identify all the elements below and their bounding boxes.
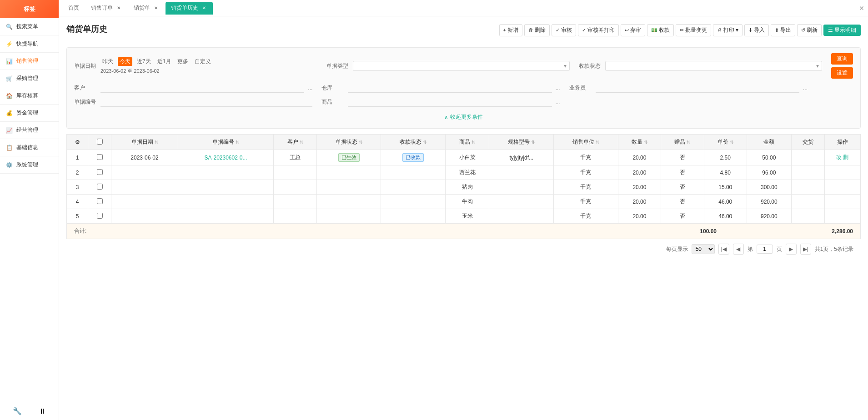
sidebar-item-system[interactable]: ⚙️ 系统管理 xyxy=(0,156,59,174)
sidebar-item-search[interactable]: 🔍 搜索菜单 xyxy=(0,18,59,35)
payment-status-input[interactable] xyxy=(608,63,816,69)
th-doc-status[interactable]: 单据状态⇅ xyxy=(316,135,381,150)
date-custom[interactable]: 自定义 xyxy=(193,57,213,66)
doc-status-badge-0: 已生效 xyxy=(338,153,360,162)
delete-link-0[interactable]: 删 xyxy=(843,154,848,160)
doc-type-input-wrapper[interactable]: ▾ xyxy=(353,61,570,71)
delete-button[interactable]: 🗑 删除 xyxy=(524,24,550,36)
first-page-button[interactable]: |◀ xyxy=(718,244,729,255)
cell-checkbox-0[interactable] xyxy=(88,150,111,165)
tab-close-all[interactable]: ✕ xyxy=(859,5,864,12)
row-checkbox-2[interactable] xyxy=(97,184,103,190)
print-button[interactable]: 🖨 打印 ▾ xyxy=(713,24,743,36)
cell-doc-no-4[interactable] xyxy=(178,209,274,224)
date-7days[interactable]: 近7天 xyxy=(135,57,153,66)
export-button[interactable]: ⬆ 导出 xyxy=(771,24,795,36)
date-today[interactable]: 今天 xyxy=(118,57,132,66)
date-yesterday[interactable]: 昨天 xyxy=(100,57,115,66)
approve-print-button[interactable]: ✓ 审核并打印 xyxy=(578,24,619,36)
page-size-select[interactable]: 50 100 200 xyxy=(692,244,715,254)
customer-picker[interactable]: ... xyxy=(308,85,312,91)
settings-button[interactable]: 设置 xyxy=(831,67,853,79)
th-price[interactable]: 单价⇅ xyxy=(704,135,747,150)
filter-row-1: 单据日期 昨天 今天 近7天 近1月 更多 自定义 2023-06-02 至 2… xyxy=(74,53,853,79)
goods-picker[interactable]: ... xyxy=(556,99,560,105)
cell-checkbox-2[interactable] xyxy=(88,180,111,195)
th-gift[interactable]: 赠品⇅ xyxy=(661,135,704,150)
doc-type-dropdown[interactable]: ▾ xyxy=(564,63,567,69)
goods-input[interactable] xyxy=(348,97,552,107)
batch-change-button[interactable]: ✏ 批量变更 xyxy=(676,24,711,36)
row-checkbox-0[interactable] xyxy=(97,154,103,160)
sidebar-footer-icon2[interactable]: ⏸ xyxy=(39,407,46,415)
tab-sales-order-close[interactable]: ✕ xyxy=(115,5,122,11)
tab-home[interactable]: 首页 xyxy=(63,2,85,15)
sidebar-footer-icon1[interactable]: 🔧 xyxy=(13,407,22,415)
select-all-checkbox[interactable] xyxy=(97,139,103,145)
new-button[interactable]: + 新增 xyxy=(499,24,522,36)
payment-button[interactable]: 💵 收款 xyxy=(647,24,674,36)
query-button[interactable]: 查询 xyxy=(831,53,853,65)
cell-doc-no-0[interactable]: SA-20230602-0... xyxy=(178,150,274,165)
th-date[interactable]: 单据日期⇅ xyxy=(111,135,178,150)
cell-doc-no-3[interactable] xyxy=(178,195,274,209)
cell-checkbox-4[interactable] xyxy=(88,209,111,224)
salesperson-picker[interactable]: ... xyxy=(803,85,808,91)
approve-button[interactable]: ✓ 审核 xyxy=(552,24,576,36)
th-goods[interactable]: 商品⇅ xyxy=(446,135,489,150)
cell-qty-4: 20.00 xyxy=(618,209,661,224)
sidebar-item-operations[interactable]: 📈 经营管理 xyxy=(0,122,59,139)
th-customer[interactable]: 客户⇅ xyxy=(274,135,316,150)
row-checkbox-3[interactable] xyxy=(97,198,103,204)
cell-payment-status-1 xyxy=(381,165,446,180)
sidebar-item-basic[interactable]: 📋 基础信息 xyxy=(0,139,59,156)
cell-doc-no-1[interactable] xyxy=(178,165,274,180)
cell-checkbox-1[interactable] xyxy=(88,165,111,180)
doc-no-link-0[interactable]: SA-20230602-0... xyxy=(204,155,247,161)
refresh-button[interactable]: ↺ 刷新 xyxy=(797,24,822,36)
doc-type-input[interactable] xyxy=(356,63,564,69)
date-more[interactable]: 更多 xyxy=(176,57,190,66)
th-unit[interactable]: 销售单位⇅ xyxy=(554,135,618,150)
salesperson-input[interactable] xyxy=(596,83,799,93)
row-checkbox-1[interactable] xyxy=(97,169,103,175)
display-detail-button[interactable]: ☰ 显示明细 xyxy=(823,25,861,36)
customer-input[interactable] xyxy=(100,83,304,93)
edit-link-0[interactable]: 改 xyxy=(836,154,842,160)
sidebar-item-quick-nav[interactable]: ⚡ 快捷导航 xyxy=(0,35,59,53)
warehouse-input[interactable] xyxy=(348,83,552,93)
tab-history[interactable]: 销货单历史 ✕ xyxy=(166,2,213,15)
th-payment-status[interactable]: 收款状态⇅ xyxy=(381,135,446,150)
collapse-button[interactable]: ∧ 收起更多条件 xyxy=(74,111,853,123)
cell-checkbox-3[interactable] xyxy=(88,195,111,209)
tab-sales-bill-close[interactable]: ✕ xyxy=(153,5,159,11)
th-doc-no[interactable]: 单据编号⇅ xyxy=(178,135,274,150)
sidebar-item-finance[interactable]: 💰 资金管理 xyxy=(0,105,59,122)
payment-status-dropdown[interactable]: ▾ xyxy=(816,63,819,69)
tab-history-close[interactable]: ✕ xyxy=(201,5,207,11)
date-1month[interactable]: 近1月 xyxy=(156,57,173,66)
sidebar-item-sales[interactable]: 📊 销售管理 xyxy=(0,53,59,70)
doc-no-input[interactable] xyxy=(100,97,312,107)
tab-sales-order[interactable]: 销售订单 ✕ xyxy=(85,2,127,15)
prev-page-button[interactable]: ◀ xyxy=(733,244,744,255)
sidebar-item-purchase[interactable]: 🛒 采购管理 xyxy=(0,70,59,87)
cell-actions-2 xyxy=(824,180,860,195)
cell-payment-status-2 xyxy=(381,180,446,195)
row-checkbox-4[interactable] xyxy=(97,213,103,219)
unapprove-button[interactable]: ↩ 弃审 xyxy=(621,24,645,36)
payment-status-input-wrapper[interactable]: ▾ xyxy=(605,61,822,71)
customer-label: 客户 xyxy=(74,84,97,92)
sidebar-item-inventory[interactable]: 🏠 库存核算 xyxy=(0,87,59,105)
next-page-button[interactable]: ▶ xyxy=(786,244,797,255)
th-spec[interactable]: 规格型号⇅ xyxy=(489,135,554,150)
cell-doc-no-2[interactable] xyxy=(178,180,274,195)
page-input[interactable] xyxy=(757,245,773,254)
table-row: 3 猪肉 千克 20.00 否 15.00 300.00 xyxy=(67,180,861,195)
th-qty[interactable]: 数量⇅ xyxy=(618,135,661,150)
warehouse-picker[interactable]: ... xyxy=(556,85,560,91)
import-button[interactable]: ⬇ 导入 xyxy=(744,24,769,36)
tab-sales-bill[interactable]: 销货单 ✕ xyxy=(128,2,165,15)
last-page-button[interactable]: ▶| xyxy=(800,244,811,255)
th-settings[interactable]: ⚙ xyxy=(67,135,88,150)
